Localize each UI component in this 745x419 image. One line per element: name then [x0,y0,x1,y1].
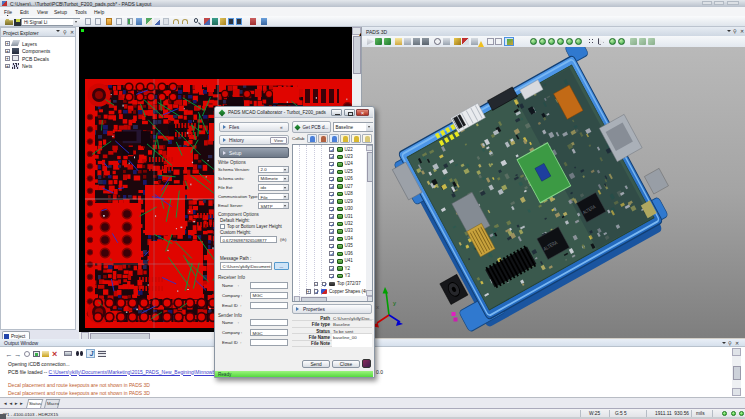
svg-text:x: x [376,304,379,310]
svg-text:y: y [393,300,396,306]
